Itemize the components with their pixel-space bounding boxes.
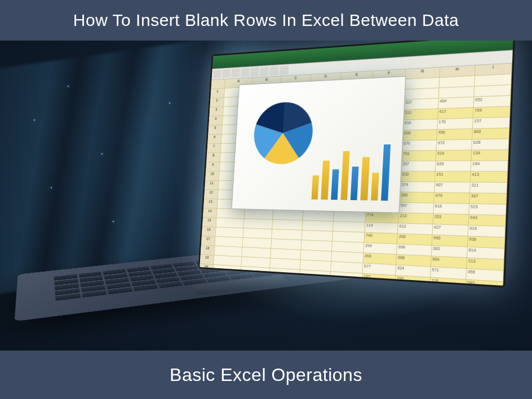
- spreadsheet-cell: [272, 220, 303, 230]
- toolbar-button: [260, 66, 269, 76]
- top-title-text: How To Insert Blank Rows In Excel Betwee…: [73, 11, 459, 30]
- bar: [371, 172, 379, 201]
- spreadsheet-cell: 380: [400, 192, 435, 203]
- spreadsheet-cell: 3: [209, 107, 224, 117]
- spreadsheet-cell: 524: [436, 150, 472, 161]
- spreadsheet-cell: [333, 232, 365, 243]
- spreadsheet-cell: [216, 218, 244, 228]
- spreadsheet-cell: 860: [472, 128, 509, 139]
- spreadsheet-cell: 5: [208, 125, 223, 135]
- spreadsheet-cell: [303, 211, 334, 221]
- spreadsheet-cell: [334, 211, 366, 222]
- spreadsheet-cell: 456: [437, 129, 473, 140]
- spreadsheet-cell: 876: [402, 140, 437, 151]
- spreadsheet-cell: [474, 85, 511, 97]
- spreadsheet-cell: 2: [210, 97, 224, 107]
- bar: [340, 151, 349, 200]
- spreadsheet-cell: 14: [203, 209, 218, 218]
- spreadsheet-cell: 740: [364, 233, 398, 245]
- toolbar-button: [222, 69, 231, 78]
- spreadsheet-cell: 374: [400, 182, 435, 193]
- spreadsheet-cell: 194: [471, 161, 508, 171]
- spreadsheet-cell: 8: [206, 153, 221, 162]
- toolbar-button: [269, 66, 279, 76]
- bar: [351, 166, 359, 200]
- bar-chart-icon: [312, 138, 391, 201]
- bottom-title-text: Basic Excel Operations: [170, 365, 362, 385]
- spreadsheet-cell: 12: [204, 190, 219, 200]
- pie-chart-icon: [249, 97, 318, 168]
- bar: [312, 175, 320, 200]
- spreadsheet-cell: 18: [201, 245, 215, 255]
- spreadsheet-cell: 769: [473, 107, 510, 118]
- laptop-illustration: ABCDEFGHI1233963274046524228511417769523…: [28, 91, 507, 351]
- spreadsheet-cell: 6: [207, 135, 222, 144]
- spreadsheet-cell: 11: [205, 181, 219, 190]
- spreadsheet-cell: 209: [397, 234, 432, 246]
- spreadsheet-cell: 10: [205, 171, 220, 180]
- spreadsheet-cell: 618: [433, 203, 469, 215]
- spreadsheet-cell: 7: [207, 144, 221, 153]
- spreadsheet-cell: 612: [398, 223, 433, 235]
- bottom-title-banner: Basic Excel Operations: [0, 351, 532, 399]
- top-title-banner: How To Insert Blank Rows In Excel Betwee…: [0, 0, 532, 41]
- spreadsheet-cell: 907: [435, 182, 471, 193]
- spreadsheet-cell: 698: [402, 130, 437, 141]
- spreadsheet-cell: 628: [472, 139, 509, 150]
- spreadsheet-cell: 17: [201, 236, 216, 246]
- spreadsheet-cell: 413: [471, 172, 508, 183]
- spreadsheet-cell: 157: [473, 117, 510, 129]
- spreadsheet-cell: [333, 221, 366, 233]
- spreadsheet-cell: [405, 88, 439, 100]
- spreadsheet-cell: 479: [434, 193, 470, 204]
- bar: [361, 157, 370, 201]
- spreadsheet-cell: [243, 228, 273, 239]
- spreadsheet-cell: 789: [395, 286, 430, 288]
- spreadsheet-cell: 943: [468, 215, 506, 227]
- spreadsheet-cell: 151: [435, 172, 471, 183]
- spreadsheet-cell: [211, 79, 225, 89]
- toolbar-button: [280, 65, 289, 75]
- laptop-screen: ABCDEFGHI1233963274046524228511417769523…: [198, 41, 516, 287]
- spreadsheet-cell: 213: [398, 213, 433, 224]
- spreadsheet-cell: 353: [433, 214, 469, 225]
- spreadsheet-cell: 134: [471, 150, 508, 161]
- spreadsheet-cell: [244, 219, 273, 229]
- spreadsheet-cell: 1: [210, 88, 225, 98]
- hero-illustration: ABCDEFGHI1233963274046524228511417769523…: [0, 41, 532, 351]
- spreadsheet-cell: 652: [473, 96, 511, 108]
- spreadsheet-cell: [330, 282, 362, 287]
- toolbar-button: [241, 68, 250, 77]
- spreadsheet-cell: 357: [401, 161, 436, 172]
- spreadsheet-cell: 15: [202, 218, 217, 227]
- toolbar-button: [250, 67, 259, 76]
- toolbar-button: [212, 69, 221, 78]
- spreadsheet-cell: 781: [401, 150, 436, 161]
- spreadsheet-cell: 404: [438, 97, 474, 109]
- spreadsheet-cell: 124: [430, 278, 466, 288]
- spreadsheet-cell: [273, 210, 303, 221]
- chart-panel: [232, 76, 406, 213]
- spreadsheet-cell: 170: [437, 118, 473, 130]
- spreadsheet-cell: 427: [432, 224, 468, 236]
- spreadsheet-cell: 19: [200, 255, 215, 265]
- bar: [331, 170, 339, 200]
- spreadsheet-cell: 919: [468, 225, 506, 238]
- spreadsheet-cell: 567: [399, 203, 434, 214]
- spreadsheet-cell: [245, 209, 274, 219]
- spreadsheet-cell: 774: [365, 212, 399, 224]
- spreadsheet-cell: [272, 229, 302, 240]
- spreadsheet-cell: 515: [469, 204, 507, 216]
- spreadsheet-cell: [438, 87, 475, 99]
- bar: [381, 144, 391, 201]
- spreadsheet-cell: [302, 230, 333, 242]
- toolbar-button: [231, 68, 240, 77]
- spreadsheet-cell: 311: [470, 183, 508, 194]
- spreadsheet-cell: 13: [203, 199, 218, 209]
- spreadsheet-cell: 327: [404, 99, 438, 110]
- spreadsheet-cell: 4: [209, 116, 223, 126]
- spreadsheet-cell: 781: [362, 284, 396, 288]
- spreadsheet-cell: 828: [435, 161, 471, 172]
- spreadsheet-cell: [302, 220, 334, 231]
- bar: [321, 160, 330, 200]
